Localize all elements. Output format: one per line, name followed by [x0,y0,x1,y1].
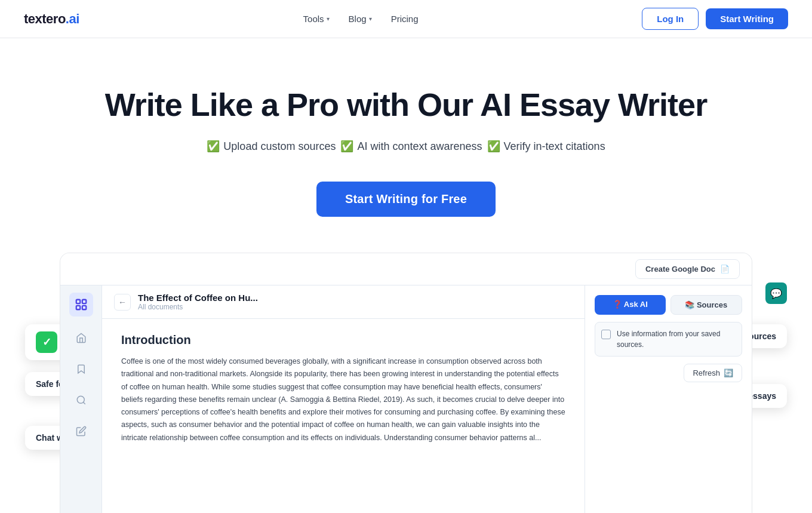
logo[interactable]: textero.ai [24,11,79,27]
sidebar-bookmark-icon[interactable] [72,360,91,379]
app-preview: Create Google Doc 📄 [60,253,752,513]
hero-check-3: ✅ Verify in-text citations [487,140,605,153]
ai-panel: ❓ Ask AI 📚 Sources Use information from … [585,285,752,513]
sidebar-search-icon[interactable] [72,391,91,410]
doc-body[interactable]: Introduction Coffee is one of the most w… [102,319,585,513]
ai-ask-tab[interactable]: ❓ Ask AI [595,295,666,315]
hero-check-1: ✅ Upload custom sources [207,140,336,153]
nav-center: Tools ▾ Blog ▾ Pricing [303,14,419,24]
sidebar-logo-icon [69,293,93,317]
nav-right: Log In Start Writing [642,8,788,30]
preview-wrapper: ✓ Built-in AI detector Safe for academic… [36,253,776,513]
app-main: ← The Effect of Coffee on Hu... All docu… [102,285,585,513]
nav-blog-label: Blog [349,14,367,24]
create-gdoc-button[interactable]: Create Google Doc 📄 [635,259,740,279]
gdoc-icon: 📄 [720,265,730,274]
ai-tab-bar: ❓ Ask AI 📚 Sources [595,295,742,315]
chat-icon-badge: 💬 [765,282,787,304]
sidebar-home-icon[interactable] [72,328,91,348]
doc-title-area: The Effect of Coffee on Hu... All docume… [138,293,258,311]
section-title: Introduction [121,333,565,347]
sources-label: Sources [697,300,727,309]
gdoc-label: Create Google Doc [645,265,715,274]
hero-title: Write Like a Pro with Our AI Essay Write… [24,86,788,123]
ask-ai-icon: ❓ [613,300,622,309]
check-icon-1: ✅ [207,140,220,153]
start-writing-nav-button[interactable]: Start Writing [706,8,788,29]
check-icon-3: ✅ [487,140,500,153]
hero-cta-button[interactable]: Start Writing for Free [316,182,496,217]
source-checkbox[interactable] [601,330,611,339]
refresh-icon: 🔄 [724,368,733,377]
sidebar-edit-icon[interactable] [72,422,91,441]
blog-chevron-icon: ▾ [369,16,372,22]
svg-rect-3 [82,306,85,309]
tools-chevron-icon: ▾ [327,16,330,22]
hero-subtitle: ✅ Upload custom sources ✅ AI with contex… [24,140,788,153]
refresh-label: Refresh [693,368,720,377]
logo-text-main: textero [24,11,66,26]
check-text-1: Upload custom sources [223,140,336,153]
nav-pricing-label: Pricing [391,14,419,24]
back-button[interactable]: ← [114,294,131,311]
source-option: Use information from your saved sources. [595,322,742,357]
source-option-text: Use information from your saved sources. [617,328,736,350]
doc-title: The Effect of Coffee on Hu... [138,293,258,303]
svg-rect-1 [82,300,85,303]
mock-app-body: ← The Effect of Coffee on Hu... All docu… [60,285,752,513]
green-check-icon: ✓ [36,331,57,353]
refresh-button[interactable]: Refresh 🔄 [684,364,742,382]
section-body: Coffee is one of the most widely consume… [121,355,565,444]
svg-rect-2 [76,306,79,309]
ai-sources-tab[interactable]: 📚 Sources [670,295,743,315]
navbar: textero.ai Tools ▾ Blog ▾ Pricing Log In… [0,0,812,38]
doc-header: ← The Effect of Coffee on Hu... All docu… [102,285,585,319]
nav-tools[interactable]: Tools ▾ [303,14,330,24]
doc-subtitle: All documents [138,303,258,311]
check-text-3: Verify in-text citations [504,140,605,153]
check-text-2: AI with context awareness [357,140,482,153]
svg-point-4 [77,396,84,403]
nav-pricing[interactable]: Pricing [391,14,419,24]
hero-section: Write Like a Pro with Our AI Essay Write… [0,38,812,253]
svg-rect-0 [76,300,79,303]
check-icon-2: ✅ [340,140,353,153]
hero-check-2: ✅ AI with context awareness [340,140,482,153]
logo-text-accent: .ai [66,11,79,26]
ask-ai-label: Ask AI [624,300,648,309]
sources-icon: 📚 [685,300,694,309]
login-button[interactable]: Log In [642,8,699,30]
nav-blog[interactable]: Blog ▾ [349,14,372,24]
app-top-bar: Create Google Doc 📄 [60,253,752,285]
app-sidebar [60,285,102,513]
nav-tools-label: Tools [303,14,324,24]
